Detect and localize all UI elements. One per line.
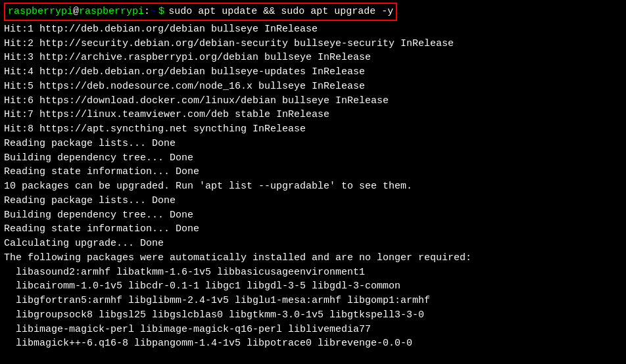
output-line: Hit:1 http://deb.debian.org/debian bulls… [4,22,622,37]
prompt-hostname: raspberrypi [79,5,144,19]
output-line: 10 packages can be upgraded. Run 'apt li… [4,179,622,194]
prompt-dollar: $ [158,5,164,19]
output-line: The following packages were automaticall… [4,251,622,265]
output-line: Reading state information... Done [4,222,622,237]
output-line: Calculating upgrade... Done [4,237,622,251]
output-line: Reading package lists... Done [4,194,622,208]
prompt-line: raspberrypi @ raspberrypi : ~ $ sudo apt… [4,3,622,21]
output-line: Hit:4 http://deb.debian.org/debian bulls… [4,65,622,80]
output-line: Hit:5 https://deb.nodesource.com/node_16… [4,80,622,94]
output-line: Reading package lists... Done [4,137,622,151]
prompt-colon: : [144,5,150,19]
output-line: Hit:2 http://security.debian.org/debian-… [4,37,622,51]
prompt-at: @ [73,5,79,19]
output-line: libgroupsock8 libgsl25 libgslcblas0 libg… [4,308,622,323]
output-line: Hit:3 http://archive.raspberrypi.org/deb… [4,51,622,65]
output-line: Building dependency tree... Done [4,208,622,223]
output-line: libgfortran5:armhf libglibmm-2.4-1v5 lib… [4,294,622,308]
prompt-box: raspberrypi @ raspberrypi : ~ $ sudo apt… [4,3,397,21]
prompt-username: raspberrypi [8,5,73,19]
output-line: libmagick++-6.q16-8 libpangomm-1.4-1v5 l… [4,336,622,351]
prompt-command: sudo apt update && sudo apt upgrade -y [168,5,393,19]
output-line: libcairomm-1.0-1v5 libcdr-0.1-1 libgc1 l… [4,279,622,294]
output-line: Building dependency tree... Done [4,151,622,166]
terminal-window: raspberrypi @ raspberrypi : ~ $ sudo apt… [0,0,626,364]
output-line: libimage-magick-perl libimage-magick-q16… [4,323,622,337]
output-line: Hit:7 https://linux.teamviewer.com/deb s… [4,108,622,122]
output-line: Reading state information... Done [4,165,622,179]
output-line: Hit:8 https://apt.syncthing.net syncthin… [4,122,622,137]
output-line: Hit:6 https://download.docker.com/linux/… [4,94,622,108]
output-line: libasound2:armhf libatkmm-1.6-1v5 libbas… [4,265,622,280]
prompt-tilde: ~ [150,5,156,19]
terminal-output: Hit:1 http://deb.debian.org/debian bulls… [4,22,622,351]
